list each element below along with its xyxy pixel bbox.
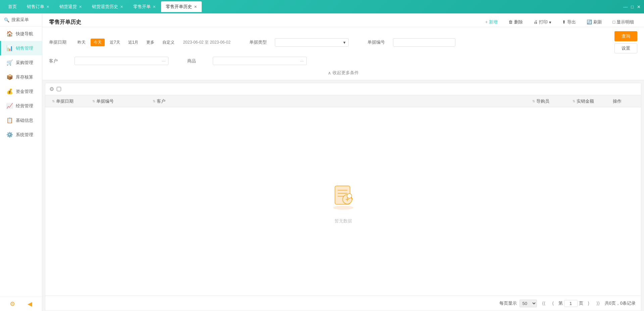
last-page-btn[interactable]: ⟩⟩ bbox=[594, 299, 602, 307]
date-more[interactable]: 更多 bbox=[143, 39, 157, 46]
filter-area: 单据日期 昨天 今天 近7天 近1月 更多 自定义 2023-06-02 至 2… bbox=[42, 27, 644, 80]
table-toolbar: ⚙ bbox=[45, 83, 641, 95]
sidebar-label-sales-mgmt: 销售管理 bbox=[16, 45, 33, 51]
th-action-label: 操作 bbox=[613, 98, 622, 104]
sidebar-item-quick-nav[interactable]: 🏠 快捷导航 bbox=[0, 27, 42, 41]
tab-sales-return-label: 销货退货 bbox=[59, 4, 77, 10]
date-custom[interactable]: 自定义 bbox=[159, 39, 178, 46]
sort-icon-customer[interactable]: ⇅ bbox=[153, 99, 155, 103]
sort-icon-num[interactable]: ⇅ bbox=[92, 99, 95, 103]
tab-sales-return-history-label: 销货退货历史 bbox=[92, 4, 118, 10]
pagination: 每页显示 50 10 20 100 ⟨⟨ ⟨ 第 页 ⟩ ⟩⟩ 共0页，0条记录 bbox=[45, 296, 641, 311]
minimize-btn[interactable]: — bbox=[623, 4, 628, 9]
first-page-btn[interactable]: ⟨⟨ bbox=[540, 299, 548, 307]
main-layout: 🔍 搜索采单 🏠 快捷导航 📊 销售管理 🛒 采购管理 📦 库存核算 💰 资金管… bbox=[0, 13, 644, 311]
print-button[interactable]: 🖨 打印 ▾ bbox=[530, 17, 555, 27]
content-area: 零售开单历史 + 新增 🗑 删除 🖨 打印 ▾ ⬆ 导出 🔄 刷新 □ 显示明细… bbox=[42, 13, 644, 311]
tab-sales-order[interactable]: 销售订单 ✕ bbox=[22, 1, 54, 12]
date-yesterday[interactable]: 昨天 bbox=[75, 39, 89, 46]
th-date-label: 单据日期 bbox=[56, 98, 73, 104]
sidebar-label-quick-nav: 快捷导航 bbox=[16, 31, 33, 37]
tab-sales-return-close[interactable]: ✕ bbox=[79, 5, 82, 9]
maximize-btn[interactable]: □ bbox=[631, 4, 634, 9]
query-button[interactable]: 查询 bbox=[614, 31, 637, 41]
num-input[interactable] bbox=[393, 38, 455, 47]
tab-home-label: 首页 bbox=[8, 4, 17, 10]
th-action: 操作 bbox=[610, 96, 637, 107]
prev-page-btn[interactable]: ⟨ bbox=[549, 299, 557, 307]
tab-sales-order-label: 销售订单 bbox=[27, 4, 44, 10]
tab-retail-open-label: 零售开单 bbox=[133, 4, 151, 10]
tab-retail-open-history[interactable]: 零售开单历史 ✕ bbox=[161, 1, 202, 12]
date-week[interactable]: 近7天 bbox=[107, 39, 123, 46]
th-guide: ⇅ 导购员 bbox=[530, 96, 570, 107]
home-icon: 🏠 bbox=[6, 31, 13, 37]
per-page-label: 每页显示 bbox=[499, 300, 517, 306]
sort-icon-guide[interactable]: ⇅ bbox=[532, 99, 535, 103]
date-month[interactable]: 近1月 bbox=[125, 39, 142, 46]
sidebar-item-purchase-mgmt[interactable]: 🛒 采购管理 bbox=[0, 55, 42, 70]
tab-home[interactable]: 首页 bbox=[3, 1, 21, 12]
tab-retail-open-history-close[interactable]: ✕ bbox=[194, 5, 197, 9]
empty-illustration bbox=[327, 179, 360, 213]
sidebar-bottom: ⚙ ◀ bbox=[0, 297, 42, 311]
table-settings-icon[interactable]: ⚙ bbox=[49, 86, 54, 92]
tab-bar: 首页 销售订单 ✕ 销货退货 ✕ 销货退货历史 ✕ 零售开单 ✕ 零售开单历史 … bbox=[3, 1, 623, 12]
delete-button[interactable]: 🗑 删除 bbox=[505, 17, 526, 27]
sidebar-item-operations[interactable]: 📈 经营管理 bbox=[0, 99, 42, 113]
tab-sales-order-close[interactable]: ✕ bbox=[46, 5, 49, 9]
tab-retail-open[interactable]: 零售开单 ✕ bbox=[129, 1, 160, 12]
sidebar-search-label: 搜索采单 bbox=[11, 17, 29, 23]
date-today[interactable]: 今天 bbox=[91, 39, 105, 46]
customer-label: 客户 bbox=[49, 58, 69, 64]
th-customer-label: 客户 bbox=[157, 98, 165, 104]
display-detail-button[interactable]: □ 显示明细 bbox=[609, 17, 637, 27]
page-suffix: 页 bbox=[579, 300, 583, 306]
filter-settings-button[interactable]: 设置 bbox=[614, 43, 637, 53]
collapse-sidebar-icon[interactable]: ◀ bbox=[28, 300, 32, 308]
tab-sales-return-history-close[interactable]: ✕ bbox=[120, 5, 123, 9]
sort-icon-amount[interactable]: ⇅ bbox=[573, 99, 575, 103]
filter-row-2: 客户 ··· 商品 ··· bbox=[49, 57, 637, 65]
sidebar: 🔍 搜索采单 🏠 快捷导航 📊 销售管理 🛒 采购管理 📦 库存核算 💰 资金管… bbox=[0, 13, 42, 311]
goods-label: 商品 bbox=[187, 58, 207, 64]
print-arrow-icon: ▾ bbox=[549, 20, 551, 25]
page-title: 零售开单历史 bbox=[49, 19, 81, 26]
num-label: 单据编号 bbox=[367, 39, 388, 45]
sidebar-item-basic-info[interactable]: 📋 基础信息 bbox=[0, 113, 42, 127]
sidebar-label-basic-info: 基础信息 bbox=[16, 117, 33, 123]
collapse-row: ∧ 收起更多条件 bbox=[49, 68, 637, 76]
sort-icon[interactable]: ⇅ bbox=[52, 99, 55, 103]
per-page-select[interactable]: 50 10 20 100 bbox=[519, 300, 537, 307]
goods-select[interactable]: ··· bbox=[213, 57, 307, 65]
tab-sales-return[interactable]: 销货退货 ✕ bbox=[55, 1, 87, 12]
customer-select[interactable]: ··· bbox=[75, 57, 168, 65]
customer-dots: ··· bbox=[162, 58, 165, 63]
select-all-checkbox[interactable] bbox=[57, 87, 61, 91]
close-btn[interactable]: ✕ bbox=[637, 4, 641, 9]
svg-point-0 bbox=[333, 206, 353, 210]
chevron-up-icon: ∧ bbox=[328, 70, 331, 75]
tab-retail-open-close[interactable]: ✕ bbox=[153, 5, 156, 9]
th-num-label: 单据编号 bbox=[96, 98, 114, 104]
collapse-label: 收起更多条件 bbox=[333, 70, 359, 76]
sidebar-search[interactable]: 🔍 搜索采单 bbox=[0, 13, 42, 27]
page-label: 第 bbox=[558, 300, 563, 306]
sidebar-item-system-mgmt[interactable]: ⚙️ 系统管理 bbox=[0, 127, 42, 142]
refresh-button[interactable]: 🔄 刷新 bbox=[583, 17, 605, 27]
next-page-btn[interactable]: ⟩ bbox=[585, 299, 593, 307]
page-input[interactable] bbox=[564, 300, 578, 307]
sidebar-item-inventory[interactable]: 📦 库存核算 bbox=[0, 70, 42, 84]
settings-icon[interactable]: ⚙ bbox=[10, 300, 15, 308]
collapse-button[interactable]: ∧ 收起更多条件 bbox=[328, 70, 359, 76]
svg-point-8 bbox=[347, 194, 352, 198]
type-select[interactable]: ▾ bbox=[275, 38, 349, 47]
sidebar-item-sales-mgmt[interactable]: 📊 销售管理 bbox=[0, 41, 42, 55]
sidebar-item-finance[interactable]: 💰 资金管理 bbox=[0, 84, 42, 99]
tab-sales-return-history[interactable]: 销货退货历史 ✕ bbox=[87, 1, 128, 12]
export-button[interactable]: ⬆ 导出 bbox=[559, 17, 579, 27]
new-button[interactable]: + 新增 bbox=[482, 17, 501, 27]
th-amount-label: 实销金额 bbox=[577, 98, 594, 104]
print-label: 🖨 打印 bbox=[534, 19, 548, 25]
empty-state: 暂无数据 bbox=[45, 107, 641, 296]
